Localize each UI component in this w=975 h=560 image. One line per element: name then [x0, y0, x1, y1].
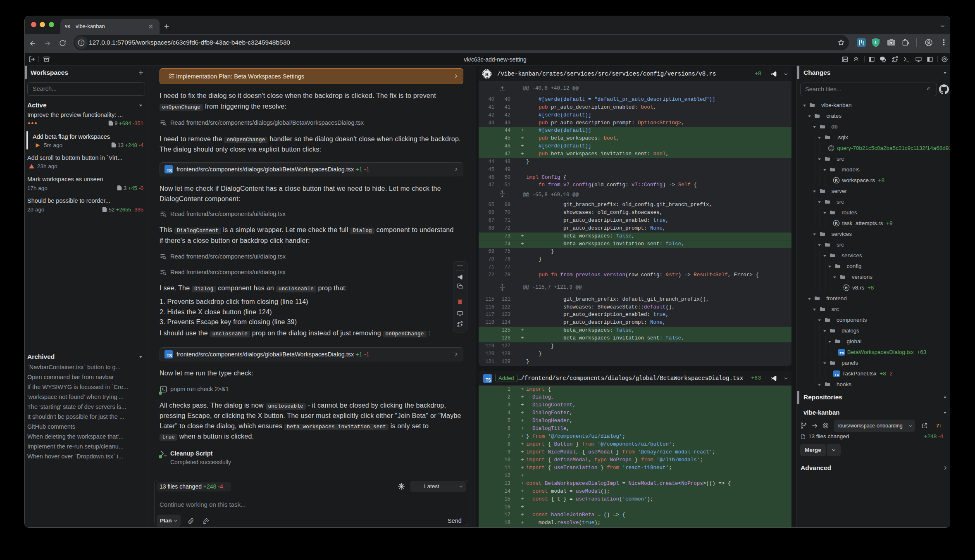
svg-text:R: R	[845, 286, 848, 290]
svg-text:R: R	[835, 221, 838, 225]
svg-text:R: R	[835, 178, 838, 183]
svg-text:R: R	[485, 71, 489, 77]
svg-text:L: L	[874, 40, 877, 45]
